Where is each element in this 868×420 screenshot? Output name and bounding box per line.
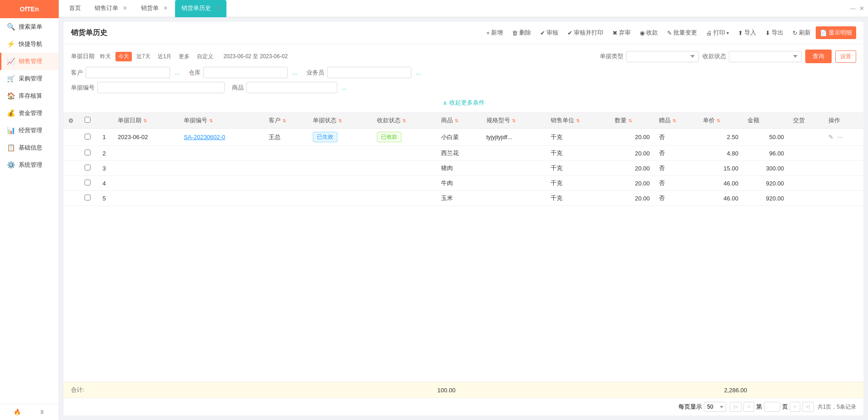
review-button[interactable]: ✔ 审核 [536, 26, 562, 39]
td-date [113, 176, 179, 191]
row-checkbox[interactable] [85, 180, 90, 185]
date-btn-last7[interactable]: 近7天 [134, 52, 153, 61]
fire-icon[interactable]: 🔥 [14, 409, 21, 415]
td-checkbox[interactable] [80, 146, 95, 161]
purchase-icon: 🛒 [7, 75, 15, 83]
close-all-icon[interactable]: ✕ [859, 5, 864, 12]
th-order-status[interactable]: 单据状态 ⇅ [308, 113, 372, 129]
th-pay-status[interactable]: 收款状态 ⇅ [372, 113, 437, 129]
export-button[interactable]: ⬇ 导出 [761, 26, 788, 39]
batch-change-button[interactable]: ✎ 批量变更 [663, 26, 701, 39]
pause-icon[interactable]: ⏸ [39, 409, 45, 415]
collapse-row[interactable]: ∧ 收起更多条件 [71, 97, 856, 109]
date-btn-custom[interactable]: 自定义 [194, 52, 216, 61]
goods-input[interactable] [246, 82, 337, 93]
refresh-button[interactable]: ↻ 刷新 [788, 26, 815, 39]
date-btn-yesterday[interactable]: 昨天 [97, 52, 114, 61]
pagination: 每页显示 50 20 100 |< < 第 1 页 > >| 共1页，5条 [64, 398, 863, 415]
settings-button[interactable]: 设置 [835, 50, 856, 63]
tab-sales-history-close[interactable]: ✕ [216, 5, 220, 11]
th-qty[interactable]: 数量 ⇅ [610, 113, 654, 129]
review-print-button[interactable]: ✔ 审核并打印 [563, 26, 607, 39]
pay-status-select[interactable] [729, 51, 802, 62]
td-checkbox[interactable] [80, 176, 95, 191]
order-num-input[interactable] [97, 82, 225, 93]
abandon-button[interactable]: ✖ 弃审 [608, 26, 635, 39]
td-checkbox[interactable] [80, 129, 95, 146]
th-gift[interactable]: 赠品 ⇅ [654, 113, 698, 129]
row-checkbox[interactable] [85, 195, 90, 200]
type-select[interactable] [626, 51, 699, 62]
tab-sales-goods-close[interactable]: ✕ [163, 5, 168, 11]
warehouse-input[interactable] [203, 67, 288, 78]
minimize-icon[interactable]: — [850, 5, 856, 12]
th-order-no[interactable]: 单据编号 ⇅ [179, 113, 264, 129]
th-gear[interactable]: ⚙ [64, 113, 80, 129]
row-checkbox[interactable] [85, 165, 90, 170]
date-btn-more[interactable]: 更多 [176, 52, 192, 61]
tab-home[interactable]: 首页 [63, 0, 87, 17]
goods-ellipsis[interactable]: ... [340, 83, 349, 92]
td-order-status [308, 176, 372, 191]
first-page-btn[interactable]: |< [730, 402, 742, 412]
table-row: 5 玉米 千克 20.00 否 46.00 920.00 [64, 191, 863, 206]
next-page-btn[interactable]: > [790, 402, 800, 412]
tab-sales-order[interactable]: 销售订单 ✕ [88, 0, 134, 17]
order-no-link[interactable]: SA-20230602-0 [184, 134, 225, 140]
th-price[interactable]: 单价 ⇅ [698, 113, 743, 129]
more-icon[interactable]: ⋯ [837, 134, 843, 140]
page-input[interactable]: 1 [764, 402, 780, 412]
sidebar-item-search-menu[interactable]: 🔍 搜索菜单 [0, 18, 59, 35]
sidebar-item-operations[interactable]: 📊 经营管理 [0, 122, 59, 139]
query-button[interactable]: 查询 [805, 50, 832, 63]
collect-button[interactable]: ◉ 收款 [636, 26, 662, 39]
td-checkbox[interactable] [80, 161, 95, 176]
td-date [113, 191, 179, 206]
add-button[interactable]: + 新增 [482, 26, 507, 39]
td-gear [64, 146, 80, 161]
th-goods[interactable]: 商品 ⇅ [437, 113, 482, 129]
qty-sort-icon: ⇅ [628, 118, 632, 123]
gift-sort-icon: ⇅ [672, 118, 676, 123]
customer-ellipsis[interactable]: ... [173, 68, 181, 77]
show-detail-button[interactable]: 📄 显示明细 [816, 26, 856, 39]
sidebar-item-purchase-mgmt[interactable]: 🛒 采购管理 [0, 70, 59, 87]
sidebar-item-base-info[interactable]: 📋 基础信息 [0, 139, 59, 156]
operations-icon: 📊 [7, 126, 15, 135]
tab-sales-history[interactable]: 销货单历史 ✕ [175, 0, 226, 17]
date-btn-last1m[interactable]: 近1月 [155, 52, 175, 61]
sidebar-item-sys-mgmt[interactable]: ⚙️ 系统管理 [0, 156, 59, 174]
tab-sales-goods[interactable]: 销货单 ✕ [135, 0, 174, 17]
td-unit: 千克 [546, 146, 610, 161]
print-button[interactable]: 🖨 打印 ▾ [702, 26, 733, 39]
date-btn-today[interactable]: 今天 [115, 52, 132, 61]
td-checkbox[interactable] [80, 191, 95, 206]
per-page-select[interactable]: 50 20 100 [704, 402, 726, 412]
import-button[interactable]: ⬆ 导入 [734, 26, 760, 39]
salesperson-input[interactable] [327, 67, 411, 78]
select-all-checkbox[interactable] [85, 117, 90, 123]
last-page-btn[interactable]: >| [802, 402, 814, 412]
delete-button[interactable]: 🗑 删除 [508, 26, 535, 39]
sidebar-item-finance[interactable]: 💰 资金管理 [0, 105, 59, 122]
page-suffix: 页 [782, 403, 788, 411]
th-customer[interactable]: 客户 ⇅ [264, 113, 308, 129]
customer-input[interactable] [85, 67, 170, 78]
th-spec[interactable]: 规格型号 ⇅ [482, 113, 546, 129]
sidebar-item-inventory[interactable]: 🏠 库存核算 [0, 87, 59, 105]
salesperson-ellipsis[interactable]: ... [414, 68, 423, 77]
data-table: ⚙ 单据日期 ⇅ [64, 113, 863, 206]
row-checkbox[interactable] [85, 134, 90, 140]
sidebar-item-quick-nav[interactable]: ⚡ 快捷导航 [0, 35, 59, 53]
td-spec: tyjyjtyjdf... [482, 129, 546, 146]
th-date[interactable]: 单据日期 ⇅ [113, 113, 179, 129]
sidebar-item-sales-mgmt[interactable]: 📈 销售管理 [0, 53, 59, 70]
row-checkbox[interactable] [85, 150, 90, 155]
abandon-icon: ✖ [612, 30, 617, 36]
tab-sales-order-close[interactable]: ✕ [123, 5, 127, 11]
edit-icon[interactable]: ✎ [828, 134, 833, 140]
total-amount: 2,286.00 [702, 387, 747, 394]
th-unit[interactable]: 销售单位 ⇅ [546, 113, 610, 129]
warehouse-ellipsis[interactable]: ... [291, 68, 299, 77]
prev-page-btn[interactable]: < [743, 402, 754, 412]
